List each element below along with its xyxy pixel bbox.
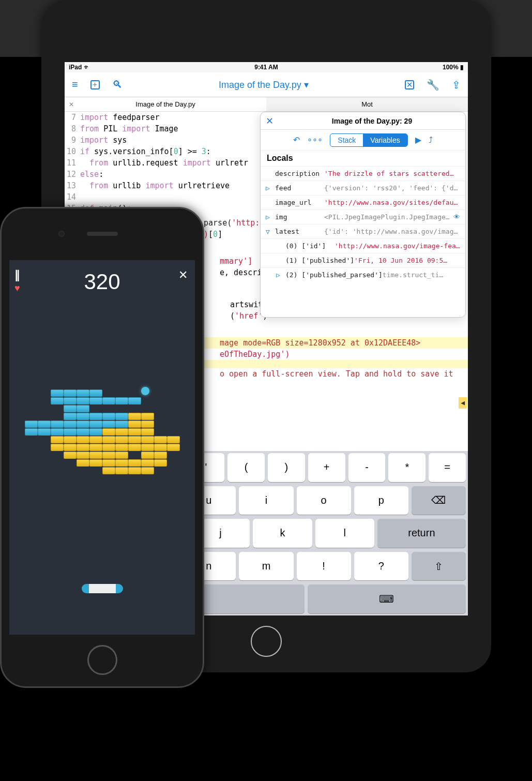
brick	[154, 405, 167, 412]
variable-name: (1) ['published']	[285, 257, 354, 264]
brick	[77, 389, 89, 397]
key[interactable]: m	[239, 552, 293, 581]
continue-icon[interactable]: ▶	[415, 135, 421, 145]
game-screen[interactable]: ∥ ♥ 320 ✕	[9, 260, 195, 635]
heart-icon: ♥	[14, 283, 20, 294]
brick	[38, 452, 51, 459]
variable-row[interactable]: image_url'http://www.nasa.gov/sites/defa…	[261, 195, 465, 209]
brick	[64, 397, 77, 404]
debugger-close-icon[interactable]: ✕	[261, 115, 279, 127]
brick	[167, 436, 180, 443]
brick	[25, 397, 38, 404]
brick	[64, 389, 77, 397]
ipad-home-button[interactable]	[251, 626, 282, 657]
brick	[51, 428, 64, 435]
brick	[141, 467, 154, 474]
key-return[interactable]: return	[377, 519, 466, 548]
search-icon[interactable]: 🔍︎	[112, 79, 123, 91]
tab-active[interactable]: ✕ Image of the Day.py	[65, 97, 266, 111]
game-score: 320	[9, 260, 195, 294]
key[interactable]: i	[239, 486, 293, 515]
code-line: from PIL import Image	[80, 123, 178, 134]
add-icon[interactable]: ＋	[90, 80, 100, 89]
brick	[141, 420, 154, 428]
key-keyboard-icon[interactable]: ⌨	[308, 584, 466, 613]
brick	[77, 420, 89, 428]
wrench-icon[interactable]: 🔧	[427, 79, 439, 91]
brick	[77, 405, 89, 412]
share-icon[interactable]: ⇪	[452, 79, 461, 91]
pause-icon[interactable]: ∥	[14, 268, 19, 282]
brick	[64, 405, 77, 412]
variable-row[interactable]: (0) ['id']'http://www.nasa.gov/image-fea…	[261, 238, 465, 253]
variable-row[interactable]: ▽latest{'id': 'http://www.nasa.gov/image…	[261, 224, 465, 238]
brick	[38, 420, 51, 428]
more-icon[interactable]: ∘∘∘	[307, 135, 323, 145]
key-shift[interactable]: ⇧	[412, 552, 466, 581]
key-backspace[interactable]: ⌫	[412, 486, 466, 515]
brick	[51, 405, 64, 412]
disclosure-icon[interactable]: ▷	[276, 271, 285, 279]
brick	[141, 389, 154, 397]
brick	[167, 420, 180, 428]
key[interactable]: =	[429, 453, 466, 482]
brick	[51, 444, 64, 451]
key[interactable]: k	[253, 519, 312, 548]
file-title[interactable]: Image of the Day.py ▾	[135, 79, 392, 91]
disclosure-icon[interactable]: ▷	[266, 213, 275, 221]
iphone-home-button[interactable]	[87, 645, 117, 675]
step-back-icon[interactable]: ↶	[293, 135, 300, 145]
brick	[89, 444, 102, 451]
brick	[102, 413, 115, 420]
variable-name: (0) ['id']	[285, 242, 335, 250]
key[interactable]: )	[268, 453, 305, 482]
stop-icon[interactable]: ✕	[405, 80, 414, 89]
variables-list: description'The drizzle of stars scatter…	[261, 166, 465, 282]
disclosure-icon[interactable]: ▷	[266, 184, 275, 192]
brick	[167, 452, 180, 459]
brick	[115, 444, 128, 451]
brick	[38, 428, 51, 435]
variable-row[interactable]: description'The drizzle of stars scatter…	[261, 166, 465, 181]
close-game-icon[interactable]: ✕	[178, 268, 188, 282]
key[interactable]: ?	[354, 552, 408, 581]
variable-row[interactable]: (1) ['published']'Fri, 10 Jun 2016 09:5…	[261, 253, 465, 267]
key[interactable]: *	[388, 453, 425, 482]
key[interactable]: (	[227, 453, 265, 482]
brick	[102, 444, 115, 451]
variable-row[interactable]: ▷feed{'version': 'rss20', 'feed': {'docs…	[261, 181, 465, 195]
tab-other[interactable]: Mot	[266, 97, 468, 111]
code-line: import sys	[80, 134, 127, 146]
code-line: from urllib import urlretrieve	[80, 180, 230, 191]
variable-value: {'id': 'http://www.nasa.gov/image-fea…	[324, 228, 460, 235]
segment-variables[interactable]: Variables	[363, 134, 407, 146]
brick	[64, 467, 77, 474]
segment-stack[interactable]: Stack	[330, 134, 363, 146]
brick	[115, 389, 128, 397]
brick	[38, 397, 51, 404]
brick	[128, 436, 141, 443]
brick	[89, 436, 102, 443]
preview-icon[interactable]: 👁	[451, 213, 460, 221]
brick	[141, 405, 154, 412]
brick	[128, 420, 141, 428]
key[interactable]: o	[297, 486, 351, 515]
key[interactable]: l	[315, 519, 374, 548]
variable-name: image_url	[275, 199, 324, 206]
brick	[77, 452, 89, 459]
menu-icon[interactable]: ≡	[72, 79, 78, 91]
key[interactable]: p	[354, 486, 408, 515]
brick	[25, 420, 38, 428]
close-tab-icon[interactable]: ✕	[69, 101, 74, 108]
variable-row[interactable]: ▷(2) ['published_parsed']time.struct_ti…	[261, 267, 465, 282]
key[interactable]: +	[308, 453, 345, 482]
variable-row[interactable]: ▷img<PIL.JpegImagePlugin.JpegImageFile…👁	[261, 209, 465, 224]
game-paddle[interactable]	[82, 584, 123, 593]
key[interactable]: -	[348, 453, 386, 482]
key[interactable]: !	[297, 552, 351, 581]
brick	[128, 397, 141, 404]
disclosure-icon[interactable]: ▽	[266, 228, 275, 235]
step-out-icon[interactable]: ⤴	[429, 136, 433, 145]
stack-vars-segment[interactable]: Stack Variables	[330, 133, 407, 147]
variable-value: <PIL.JpegImagePlugin.JpegImageFile…	[324, 213, 451, 221]
